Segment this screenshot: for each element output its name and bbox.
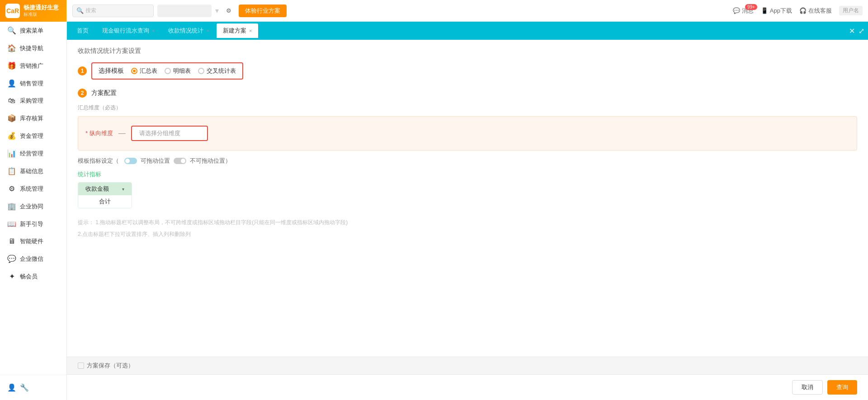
hardware-icon: 🖥	[7, 237, 16, 245]
stat-table: 收款金额 ▾ 合计	[78, 182, 132, 208]
newbie-icon: 📖	[7, 220, 16, 228]
tab-home[interactable]: 首页	[71, 24, 95, 38]
sidebar-item-label: 营销推广	[20, 62, 43, 70]
drag-info: 可拖动位置 不可拖动位置）	[124, 157, 231, 165]
dimension-section-label: 汇总维度（必选）	[78, 104, 857, 112]
dim-selector[interactable]: 请选择分组维度	[131, 126, 208, 141]
enterprise-icon: 🏢	[7, 202, 16, 211]
marketing-icon: 🎁	[7, 61, 16, 70]
save-checkbox[interactable]	[78, 362, 84, 369]
sidebar-item-quicknav[interactable]: 🏠 快捷导航	[0, 39, 66, 57]
tips-section: 提示： 1.拖动标题栏可以调整布局，不可跨维度或指标区域拖动栏目字段(只能在同一…	[78, 217, 857, 240]
query-button[interactable]: 查询	[827, 380, 857, 395]
wechat-icon: 💬	[7, 254, 16, 263]
cancel-button[interactable]: 取消	[792, 380, 823, 395]
sidebar-item-sales[interactable]: 👤 销售管理	[0, 75, 66, 92]
sidebar-item-label: 搜索菜单	[20, 27, 43, 35]
sidebar-item-label: 基础信息	[20, 167, 43, 175]
fixed-badge	[174, 158, 186, 164]
sidebar: CaR 畅捷通好生意 标准版 🔍 搜索菜单 🏠 快捷导航 🎁 营销推广 👤 销售…	[0, 0, 67, 400]
message-badge: 99+	[745, 4, 757, 10]
radio-cross-circle	[198, 68, 204, 74]
radio-detail[interactable]: 明细表	[165, 67, 191, 75]
tab-receipt-close[interactable]: ×	[206, 28, 209, 33]
sales-icon: 👤	[7, 79, 16, 88]
sidebar-item-newbie[interactable]: 📖 新手引导	[0, 215, 66, 233]
gear-icon: ⚙	[226, 7, 231, 14]
content-inner: 收款情况统计方案设置 1 选择模板 汇总表	[67, 40, 868, 357]
app-download-button[interactable]: 📱 App下载	[761, 7, 792, 15]
gear-button[interactable]: ⚙	[222, 5, 235, 17]
step2-label: 方案配置	[91, 89, 117, 97]
header-search[interactable]: 🔍 搜索	[72, 5, 154, 17]
main-area: 🔍 搜索 ▾ ⚙ 体验行业方案 💬 消息 99+ 📱 App下载 🎧 在线客服 …	[67, 0, 868, 400]
sidebar-item-enterprise[interactable]: 🏢 企业协同	[0, 198, 66, 215]
tip-2: 2.点击标题栏下拉可设置排序、插入列和删除列	[78, 229, 857, 240]
sidebar-item-finance[interactable]: 💰 资金管理	[0, 127, 66, 145]
sidebar-item-label: 企业微信	[20, 255, 43, 263]
dim-arrow-icon: —	[118, 129, 126, 137]
sidebar-item-member[interactable]: ✦ 畅会员	[0, 268, 66, 285]
download-icon: 📱	[761, 7, 768, 14]
dimension-area: * 纵向维度 — 请选择分组维度	[78, 116, 857, 151]
tab-new-plan[interactable]: 新建方案 ×	[217, 24, 258, 38]
sidebar-item-wechat[interactable]: 💬 企业微信	[0, 250, 66, 268]
step1-label: 选择模板	[99, 67, 124, 75]
tab-new-plan-close[interactable]: ×	[249, 28, 252, 33]
tab-receipt[interactable]: 收款情况统计 ×	[162, 24, 215, 38]
sidebar-item-label: 采购管理	[20, 97, 43, 105]
basic-icon: 📋	[7, 167, 16, 175]
sidebar-item-hardware[interactable]: 🖥 智能硬件	[0, 233, 66, 250]
content-area: 收款情况统计方案设置 1 选择模板 汇总表	[67, 40, 868, 374]
settings-icon: 🔧	[20, 383, 29, 392]
sidebar-item-label: 系统管理	[20, 185, 43, 193]
trial-button[interactable]: 体验行业方案	[239, 5, 287, 17]
dropdown-icon[interactable]: ▾	[215, 6, 219, 15]
sidebar-item-search[interactable]: 🔍 搜索菜单	[0, 22, 66, 39]
footer: 方案保存（可选）	[67, 357, 868, 374]
sidebar-item-basic[interactable]: 📋 基础信息	[0, 162, 66, 180]
radio-detail-circle	[165, 68, 171, 74]
stat-section-label: 统计指标	[78, 170, 857, 179]
sidebar-item-inventory[interactable]: 📦 库存核算	[0, 109, 66, 127]
sidebar-logo: CaR 畅捷通好生意 标准版	[0, 0, 66, 22]
radio-dot	[133, 70, 136, 72]
sidebar-bottom: 👤 🔧	[0, 375, 66, 400]
template-select-box: 选择模板 汇总表 明细表	[91, 62, 243, 80]
service-icon: 🎧	[799, 7, 807, 14]
online-service-button[interactable]: 🎧 在线客服	[799, 7, 832, 15]
sidebar-item-system[interactable]: ⚙ 系统管理	[0, 180, 66, 198]
tab-close-all-button[interactable]: ✕	[849, 27, 855, 35]
sidebar-item-avatar[interactable]: 👤 🔧	[0, 379, 66, 396]
save-label: 方案保存（可选）	[87, 362, 134, 370]
message-button[interactable]: 💬 消息 99+	[733, 7, 754, 15]
tab-bank-close[interactable]: ×	[152, 28, 155, 33]
indicator-header: 模板指标设定（ 可拖动位置 不可拖动位置）	[78, 157, 857, 165]
tab-expand-button[interactable]: ⤢	[859, 27, 864, 35]
header-address-bar	[157, 5, 212, 17]
movable-badge	[124, 158, 137, 164]
config-section: 汇总维度（必选） * 纵向维度 — 请选择分组维度 模板指标设定（	[78, 104, 857, 240]
radio-summary[interactable]: 汇总表	[131, 67, 157, 75]
user-name[interactable]: 用户名	[839, 6, 863, 15]
sidebar-item-label: 经营管理	[20, 150, 43, 158]
system-icon: ⚙	[7, 184, 16, 193]
radio-cross[interactable]: 交叉统计表	[198, 67, 236, 75]
sidebar-item-management[interactable]: 📊 经营管理	[0, 145, 66, 162]
finance-icon: 💰	[7, 132, 16, 140]
avatar-icon: 👤	[7, 383, 16, 392]
tab-bank[interactable]: 现金银行流水查询 ×	[96, 24, 161, 38]
sidebar-item-label: 新手引导	[20, 220, 43, 228]
sidebar-item-label: 销售管理	[20, 80, 43, 88]
vertical-dim-row: * 纵向维度 — 请选择分组维度	[85, 126, 849, 141]
search-placeholder: 搜索	[85, 7, 96, 14]
sidebar-item-label: 畅会员	[20, 273, 38, 281]
search-icon: 🔍	[76, 7, 84, 14]
footer-save: 方案保存（可选）	[78, 362, 857, 370]
search-icon: 🔍	[7, 26, 16, 35]
sidebar-item-marketing[interactable]: 🎁 营销推广	[0, 57, 66, 75]
sidebar-item-purchase[interactable]: 🛍 采购管理	[0, 92, 66, 109]
header-right: 💬 消息 99+ 📱 App下载 🎧 在线客服 用户名	[733, 6, 863, 15]
stat-table-header[interactable]: 收款金额 ▾	[78, 183, 132, 195]
sidebar-item-label: 快捷导航	[20, 44, 43, 52]
